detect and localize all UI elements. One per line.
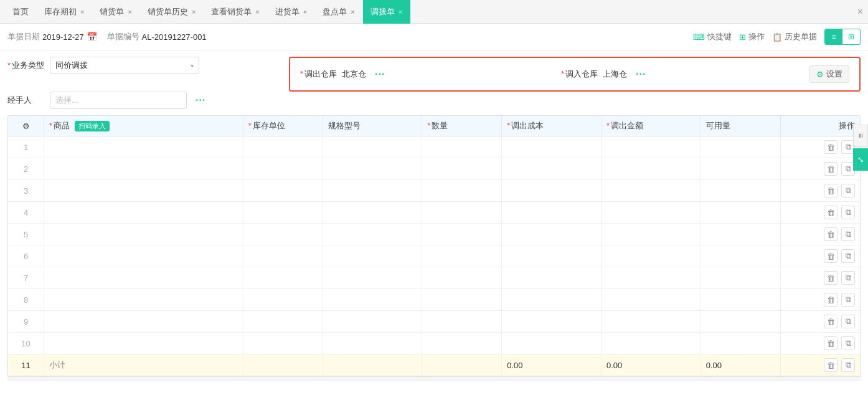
row-copy-button-8[interactable]: ⧉ bbox=[841, 293, 855, 307]
calendar-icon[interactable]: 📅 bbox=[87, 32, 97, 42]
row-goods-cell-4 bbox=[44, 202, 243, 224]
row-unit-cell-7 bbox=[243, 267, 323, 289]
row-available-cell-3 bbox=[701, 180, 780, 202]
th-unit: *库存单位 bbox=[243, 116, 323, 136]
layout-list-button[interactable]: ≡ bbox=[825, 29, 842, 44]
row-copy-button-6[interactable]: ⧉ bbox=[841, 249, 855, 263]
shortcuts-button[interactable]: ⌨ 快捷键 bbox=[693, 31, 732, 42]
th-spec: 规格型号 bbox=[323, 116, 422, 136]
row-delete-button-3[interactable]: 🗑 bbox=[824, 184, 837, 198]
row-spec-cell-1 bbox=[323, 136, 422, 158]
row-num-9: 9 bbox=[8, 311, 44, 333]
row-copy-button-5[interactable]: ⧉ bbox=[841, 227, 855, 241]
row-delete-button-1[interactable]: 🗑 bbox=[824, 140, 837, 154]
horizontal-scrollbar[interactable] bbox=[7, 376, 861, 381]
tab-transfer[interactable]: 调拨单 × bbox=[363, 0, 410, 24]
row-copy-button-4[interactable]: ⧉ bbox=[841, 206, 855, 219]
row-delete-button-4[interactable]: 🗑 bbox=[824, 206, 837, 219]
row-copy-button-9[interactable]: ⧉ bbox=[841, 315, 855, 328]
row-delete-button-10[interactable]: 🗑 bbox=[824, 336, 837, 350]
settings-button[interactable]: ⚙ 设置 bbox=[809, 65, 849, 83]
subtotal-cost-cell: 0.00 bbox=[502, 355, 601, 376]
subtotal-unit-cell bbox=[243, 355, 323, 376]
row-ops-cell-9: 🗑 ⧉ bbox=[780, 311, 860, 333]
row-amount-cell-7 bbox=[601, 267, 701, 289]
row-amount-cell-5 bbox=[601, 224, 701, 245]
tab-purchase-close[interactable]: × bbox=[303, 8, 307, 16]
th-gear[interactable]: ⚙ bbox=[8, 116, 44, 136]
right-float-panel: ≡ ⤢ bbox=[853, 125, 868, 171]
tab-view-sales-close[interactable]: × bbox=[255, 8, 259, 16]
th-unit-star: * bbox=[248, 121, 252, 130]
row-spec-cell-2 bbox=[323, 158, 422, 180]
row-delete-button-6[interactable]: 🗑 bbox=[824, 249, 837, 263]
form-left: *业务类型 同价调拨 ▾ bbox=[7, 57, 281, 80]
row-unit-cell-1 bbox=[243, 136, 323, 158]
handler-placeholder: 选择... bbox=[55, 95, 181, 106]
row-qty-cell-5 bbox=[422, 224, 502, 245]
float-list-button[interactable]: ≡ bbox=[853, 125, 868, 147]
tab-sales-history-label: 销货单历史 bbox=[148, 6, 188, 17]
tab-sales-order[interactable]: 销货单 × bbox=[92, 0, 139, 24]
handler-more-button[interactable]: ··· bbox=[196, 95, 205, 106]
th-qty: *数量 bbox=[422, 116, 502, 136]
row-copy-button-7[interactable]: ⧉ bbox=[841, 271, 855, 285]
window-close-button[interactable]: × bbox=[857, 6, 863, 17]
row-copy-button-10[interactable]: ⧉ bbox=[841, 336, 855, 350]
row-delete-button-11[interactable]: 🗑 bbox=[824, 358, 837, 372]
float-expand-button[interactable]: ⤢ bbox=[853, 148, 868, 171]
tab-sales-history[interactable]: 销货单历史 × bbox=[140, 0, 204, 24]
row-cost-cell-9 bbox=[502, 311, 601, 333]
row-amount-cell-10 bbox=[601, 333, 701, 355]
tab-inventory-init-close[interactable]: × bbox=[80, 8, 84, 16]
row-num-6: 6 bbox=[8, 245, 44, 267]
tab-inventory[interactable]: 盘点单 × bbox=[315, 0, 362, 24]
tab-sales-order-close[interactable]: × bbox=[128, 8, 131, 16]
layout-grid-button[interactable]: ⊞ bbox=[842, 29, 860, 44]
row-cost-cell-1 bbox=[502, 136, 601, 158]
tab-sales-history-close[interactable]: × bbox=[192, 8, 196, 16]
row-spec-cell-5 bbox=[323, 224, 422, 245]
row-delete-button-8[interactable]: 🗑 bbox=[824, 293, 837, 307]
biz-type-select[interactable]: 同价调拨 ▾ bbox=[50, 57, 199, 74]
scan-entry-button[interactable]: 扫码录入 bbox=[75, 121, 110, 131]
tab-inventory-init[interactable]: 库存期初 × bbox=[37, 0, 92, 24]
row-delete-button-5[interactable]: 🗑 bbox=[824, 227, 837, 241]
row-goods-cell-5 bbox=[44, 224, 243, 245]
history-button[interactable]: 📋 历史单据 bbox=[772, 31, 817, 42]
tab-purchase-label: 进货单 bbox=[275, 6, 300, 17]
handler-select[interactable]: 选择... bbox=[50, 92, 187, 109]
operations-button[interactable]: ⊞ 操作 bbox=[739, 31, 765, 42]
warehouse-out-more-button[interactable]: ··· bbox=[375, 69, 385, 80]
row-unit-cell-4 bbox=[243, 202, 323, 224]
row-goods-cell-9 bbox=[44, 311, 243, 333]
row-amount-cell-1 bbox=[601, 136, 701, 158]
row-ops-cell-4: 🗑 ⧉ bbox=[780, 202, 860, 224]
tab-inventory-close[interactable]: × bbox=[351, 8, 354, 16]
tab-home[interactable]: 首页 bbox=[5, 0, 37, 24]
row-unit-cell-5 bbox=[243, 224, 323, 245]
row-delete-button-2[interactable]: 🗑 bbox=[824, 162, 837, 176]
tab-transfer-close[interactable]: × bbox=[399, 8, 402, 16]
tab-view-sales[interactable]: 查看销货单 × bbox=[204, 0, 267, 24]
row-cost-cell-4 bbox=[502, 202, 601, 224]
row-num-5: 5 bbox=[8, 224, 44, 245]
table-row: 5 🗑 ⧉ bbox=[8, 224, 860, 245]
row-num-4: 4 bbox=[8, 202, 44, 224]
tab-inventory-label: 盘点单 bbox=[323, 6, 347, 17]
row-amount-cell-3 bbox=[601, 180, 701, 202]
subtotal-amount-cell: 0.00 bbox=[601, 355, 701, 376]
row-spec-cell-3 bbox=[323, 180, 422, 202]
row-amount-cell-6 bbox=[601, 245, 701, 267]
subtotal-spec-cell bbox=[323, 355, 422, 376]
date-field: 单据日期 2019-12-27 📅 bbox=[7, 31, 97, 42]
table-row: 1 🗑 ⧉ bbox=[8, 136, 860, 158]
row-ops-cell-10: 🗑 ⧉ bbox=[780, 333, 860, 355]
tab-purchase[interactable]: 进货单 × bbox=[268, 0, 315, 24]
row-copy-button-11[interactable]: ⧉ bbox=[841, 358, 855, 372]
warehouse-out-star: * bbox=[300, 69, 303, 79]
row-delete-button-9[interactable]: 🗑 bbox=[824, 315, 837, 328]
row-copy-button-3[interactable]: ⧉ bbox=[841, 184, 855, 198]
row-delete-button-7[interactable]: 🗑 bbox=[824, 271, 837, 285]
warehouse-in-more-button[interactable]: ··· bbox=[636, 69, 646, 80]
